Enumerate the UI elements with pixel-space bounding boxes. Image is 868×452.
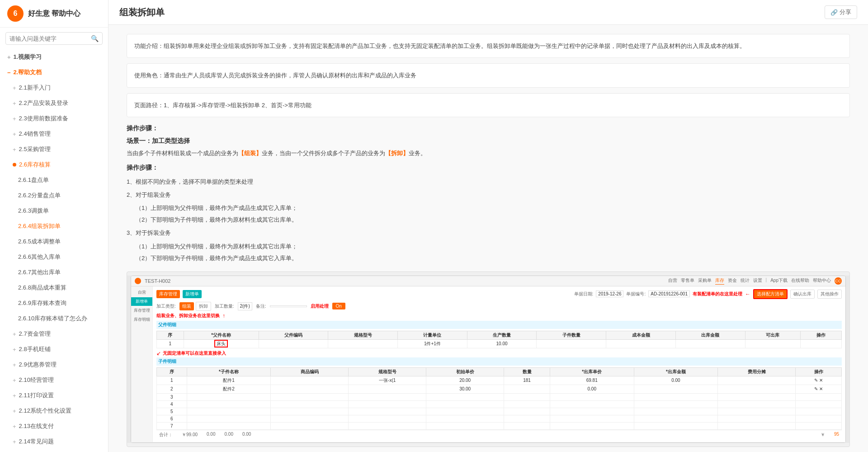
sim-td [796,400,842,408]
sim-td [550,393,634,400]
topbar: 组装拆卸单 🔗 分享 [108,0,868,25]
sim-fields-row: 加工类型: 组装 拆卸 加工数量: 2(件) 备注: [156,302,842,311]
sidebar-item-cost-recompute[interactable]: 2.6.8商品成本重算 [0,280,108,295]
nav-label: 2.8手机旺铺 [19,345,51,353]
sim-td [634,415,718,422]
sidebar-item-cases[interactable]: + 2.15操作案例 [0,449,108,452]
active-dot [13,163,16,167]
step3: 3、对于拆装业务 [127,228,850,239]
sim-th: 操作 [800,331,841,339]
expand-icon: + [13,392,16,399]
expand-icon: + [13,377,16,384]
sidebar-item-docs[interactable]: − 2.帮助文档 [0,65,108,80]
nav-label: 2.12系统个性化设置 [19,407,71,415]
sim-btn-save[interactable]: 库存管理 [156,290,180,298]
sim-td: 2 [157,385,187,393]
nav-label: 2.6.9库存账本查询 [18,299,66,307]
sidebar: 6 好生意 帮助中心 🔍 + 1.视频学习 − 2.帮助文档 + 2.1新手入门… [0,0,108,452]
sim-td [271,408,349,415]
sidebar-item-partial-stocktake[interactable]: 2.6.2分量盘点单 [0,188,108,203]
sim-bottom-summary: 合计： ￥99.00 0.00 0.00 0.00 ￥ 95 [156,430,842,439]
sim-sidenav-item: 库存管理 [131,306,152,315]
sim-title-text: TEST-H002 [145,278,170,284]
sidebar-item-purchase[interactable]: + 2.5采购管理 [0,142,108,157]
sidebar-item-mobile[interactable]: + 2.8手机旺铺 [0,342,108,357]
expand-icon: + [13,115,16,122]
sidebar-item-other-in[interactable]: 2.6.6其他入库单 [0,249,108,265]
sidebar-item-data-prep[interactable]: + 2.3使用前数据准备 [0,111,108,126]
sim-remark-label: 备注: [256,303,266,309]
path-text: 页面路径：1、库存核算->库存管理->组装拆卸单 2、首页->常用功能 [134,102,311,109]
sidebar-item-payment[interactable]: + 2.13在线支付 [0,419,108,434]
share-label: 分享 [840,8,851,16]
search-input[interactable] [9,35,91,42]
sidebar-item-capital[interactable]: + 2.7资金管理 [0,326,108,342]
step3-1: （1）上部明细为父件明细，最终作为原材料生成其它出库单； [127,241,850,252]
nav-label: 2.1新手入门 [19,84,51,92]
summary-total: 95 [834,432,839,438]
sidebar-item-ledger-query[interactable]: 2.6.9库存账本查询 [0,295,108,311]
ops-sub-title: 操作步骤： [127,164,850,172]
sim-remark-input[interactable] [270,305,307,307]
sim-td: ✎ ✕ [796,376,842,385]
sidebar-item-transfer[interactable]: 2.6.3调拨单 [0,203,108,219]
sidebar-item-assembly[interactable]: 2.6.4组装拆卸单 [0,219,108,234]
sim-btn-confirm[interactable]: 确认出库 [790,290,815,299]
sim-td [634,385,718,393]
nav-label: 2.帮助文档 [14,68,42,76]
sim-td [537,339,606,348]
sidebar-item-ops[interactable]: + 2.10经营管理 [0,372,108,388]
sim-td [718,385,796,393]
sim-proc-label: 加工类型: [156,303,176,309]
sim-td [349,408,426,415]
sim-assemble-btn[interactable]: 组装 [179,302,194,310]
sidebar-item-videos[interactable]: + 1.视频学习 [0,49,108,65]
table-row: 4 [157,400,842,408]
sim-th: 出库金额 [675,331,745,339]
sim-th: 操作 [796,367,842,376]
expand-icon: + [13,131,16,138]
sim-td [718,393,796,400]
sim-enable-toggle[interactable]: On [332,303,345,309]
sidebar-item-ledger-error[interactable]: 2.6.10库存账本错了怎么办 [0,311,108,326]
step2-2: （2）下部明细为子件明细，最终作为原材料生成其它出库单。 [127,214,850,226]
nav-label: 1.视频学习 [14,53,42,61]
intro-block: 功能介绍：组装拆卸单用来处理企业组装或拆卸等加工业务，支持有固定装配清单的产品加… [127,34,850,58]
sidebar-item-newbie[interactable]: + 2.1新手入门 [0,80,108,95]
sim-td [550,408,634,415]
sidebar-header: 6 好生意 帮助中心 [0,0,108,28]
sim-btn-other[interactable]: 其他操作 [817,290,842,299]
summary-text: 合计： [159,432,173,438]
sim-btn-recipe[interactable]: 选择配方清单 [753,289,788,299]
nav-label: 2.7资金管理 [19,330,51,338]
sidebar-item-sales[interactable]: + 2.4销售管理 [0,126,108,142]
share-button[interactable]: 🔗 分享 [825,5,857,19]
sidebar-item-faq[interactable]: + 2.14常见问题 [0,434,108,449]
sim-th: 规格型号 [328,331,398,339]
summary-right: ￥ [821,432,825,438]
sidebar-item-print[interactable]: + 2.11打印设置 [0,388,108,403]
sim-td [349,415,426,422]
sidebar-item-stocktake[interactable]: 2.6.1盘点单 [0,172,108,188]
sim-disassemble-btn[interactable]: 拆卸 [196,302,211,311]
table-row: 5 [157,408,842,415]
summary-val1: ￥99.00 [182,432,198,438]
sim-td [349,422,426,429]
sidebar-item-coupon[interactable]: + 2.9优惠券管理 [0,357,108,372]
sidebar-item-install[interactable]: + 2.2产品安装及登录 [0,95,108,111]
arrow-icon3: ↙ [156,350,161,357]
sim-td: 床头 [184,339,259,348]
search-bar[interactable]: 🔍 [5,32,103,45]
sidebar-item-inventory[interactable]: 2.6库存核算 [0,157,108,172]
sidebar-item-cost-adjust[interactable]: 2.6.5成本调整单 [0,234,108,249]
sim-td [634,393,718,400]
sim-td [550,422,634,429]
sim-lower-table: 序 *子件名称 商品编码 规格型号 初始单价 数量 *出库单价 *出库金额 费用 [156,367,842,430]
sidebar-item-other-out[interactable]: 2.6.7其他出库单 [0,265,108,280]
sidebar-item-personalize[interactable]: + 2.12系统个性化设置 [0,403,108,419]
sim-td: 3 [157,393,187,400]
screenshot-container: TEST-H002 自营 零售单 采购单 库存 资金 统计 设置 | App下载 [127,271,850,447]
nav-label: 2.6.1盘点单 [18,176,49,184]
nav-label: 2.5采购管理 [19,145,51,153]
sim-btn-add[interactable]: 新增单 [183,290,202,298]
